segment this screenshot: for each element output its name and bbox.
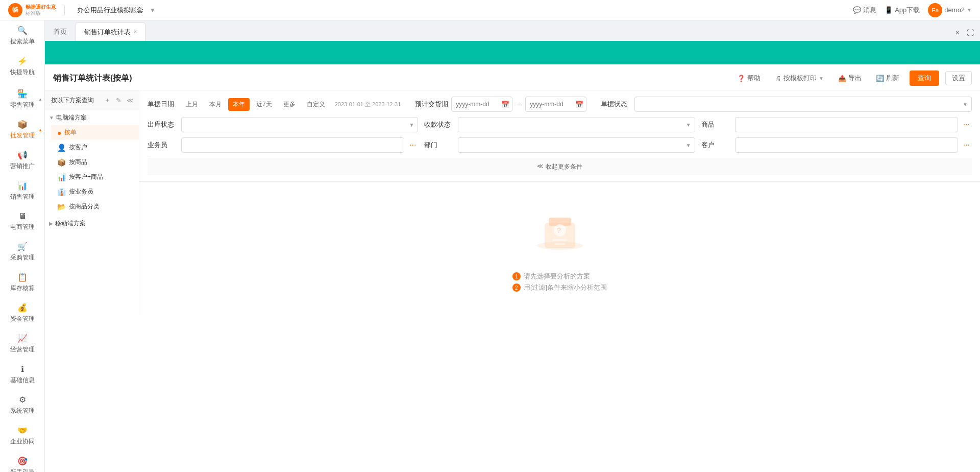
hint-item-2: 2 用[过滤]条件来缩小分析范围 xyxy=(512,283,607,292)
help-btn[interactable]: ❓ 帮助 xyxy=(733,72,765,85)
ship-status-col: 出库状态 ▼ xyxy=(148,117,418,132)
sidebar-item-newbie[interactable]: 🎯 新手引导 xyxy=(0,451,44,472)
salesman-col: 业务员 ··· xyxy=(148,137,418,153)
tab-close-all-btn[interactable]: × xyxy=(953,27,962,39)
expected-date-label: 预计交货期 xyxy=(415,100,448,109)
collection-status-label: 收款状态 xyxy=(424,120,455,129)
bygoods-icon: 📦 xyxy=(57,158,66,167)
customer-input[interactable] xyxy=(735,137,958,153)
shortcut-this-month[interactable]: 本月 xyxy=(205,98,226,111)
tree-item-bycustomergoods[interactable]: 📊 按客户+商品 xyxy=(51,170,139,184)
date-from-input[interactable] xyxy=(451,97,512,112)
ship-status-label: 出库状态 xyxy=(148,120,178,129)
sidebar-item-search[interactable]: 🔍 搜索菜单 xyxy=(0,20,44,51)
sidebar-item-management[interactable]: 📈 经营管理 xyxy=(0,328,44,359)
tree-item-bycategory[interactable]: 📂 按商品分类 xyxy=(51,199,139,214)
sidebar-label-retail: 零售管理 xyxy=(10,101,35,109)
shortcut-7days[interactable]: 近7天 xyxy=(252,98,277,111)
svg-rect-6 xyxy=(555,243,565,245)
customer-dots-btn[interactable]: ··· xyxy=(961,140,972,150)
tree-item-byorder[interactable]: ● 按单 xyxy=(51,125,139,140)
tree-item-bysalesman[interactable]: 👔 按业务员 xyxy=(51,184,139,199)
goods-dots-btn[interactable]: ··· xyxy=(961,120,972,129)
tree-desktop-label: 电脑端方案 xyxy=(56,113,87,122)
hint-text-2: 用[过滤]条件来缩小分析范围 xyxy=(524,283,607,292)
sidebar-label-system: 系统管理 xyxy=(10,407,35,415)
tree-mobile-expand-icon: ▶ xyxy=(49,221,53,226)
collapse-bar[interactable]: ≪ 收起更多条件 xyxy=(148,158,972,175)
app-title-arrow[interactable]: ▼ xyxy=(150,7,156,14)
dept-select[interactable] xyxy=(458,137,695,153)
shortcut-more[interactable]: 更多 xyxy=(279,98,300,111)
collapse-panel-btn[interactable]: ≪ xyxy=(126,96,135,105)
message-btn[interactable]: 💬 消息 xyxy=(853,6,876,15)
collection-status-select[interactable] xyxy=(458,117,695,132)
sidebar-item-purchase[interactable]: 🛒 采购管理 xyxy=(0,237,44,267)
tab-fullscreen-btn[interactable]: ⛶ xyxy=(965,27,976,39)
sidebar-item-quicknav[interactable]: ⚡ 快捷导航 xyxy=(0,51,44,82)
date-separator: — xyxy=(516,101,522,108)
salesman-input[interactable] xyxy=(181,137,404,153)
tree-item-bygoods[interactable]: 📦 按商品 xyxy=(51,155,139,170)
tab-close-btn[interactable]: × xyxy=(134,29,137,35)
sidebar-item-sales[interactable]: 📊 销售管理 xyxy=(0,176,44,206)
dept-label: 部门 xyxy=(424,140,455,150)
shortcut-custom[interactable]: 自定义 xyxy=(302,98,330,111)
sidebar-item-retail[interactable]: 🏪 零售管理 ▲ xyxy=(0,84,44,114)
refresh-btn[interactable]: 🔄 刷新 xyxy=(872,72,903,85)
edit-scheme-btn[interactable]: ✎ xyxy=(115,96,122,105)
shortcut-this-year[interactable]: 本年 xyxy=(228,98,250,111)
tree-children: ● 按单 👤 按客户 📦 按商品 📊 按客 xyxy=(45,125,139,214)
tree-desktop[interactable]: ▼ 电脑端方案 xyxy=(45,110,139,125)
user-menu[interactable]: Ea demo2 ▼ xyxy=(928,3,972,17)
sidebar-item-collab[interactable]: 🤝 企业协同 xyxy=(0,420,44,451)
shortcut-last-month[interactable]: 上月 xyxy=(181,98,203,111)
sidebar-item-ecommerce[interactable]: 🖥 电商管理 xyxy=(0,206,44,237)
newbie-icon: 🎯 xyxy=(17,456,28,466)
page-title: 销售订单统计表(按单) xyxy=(53,73,132,84)
sidebar-item-finance[interactable]: 💰 资金管理 xyxy=(0,298,44,328)
print-btn[interactable]: 🖨 按模板打印 ▼ xyxy=(771,72,828,85)
body-layout: 按以下方案查询 ＋ ✎ ≪ ▼ 电脑端方案 ● xyxy=(45,90,980,315)
add-scheme-btn[interactable]: ＋ xyxy=(103,95,112,106)
salesman-dots-btn[interactable]: ··· xyxy=(407,140,418,150)
status-select[interactable] xyxy=(634,97,972,112)
settings-btn[interactable]: 设置 xyxy=(945,71,972,85)
sidebar-item-inventory[interactable]: 📋 库存核算 xyxy=(0,267,44,298)
divider xyxy=(64,5,65,15)
ship-status-select[interactable] xyxy=(181,117,418,132)
export-btn[interactable]: 📤 导出 xyxy=(834,72,866,85)
tab-sales-order[interactable]: 销售订单统计表 × xyxy=(76,22,145,41)
goods-input[interactable] xyxy=(735,117,958,132)
export-icon: 📤 xyxy=(838,75,846,82)
print-arrow: ▼ xyxy=(819,76,824,81)
date-to-input[interactable] xyxy=(525,97,586,112)
search-btn[interactable]: 查询 xyxy=(910,70,939,86)
content-area: 首页 销售订单统计表 × × ⛶ 销售订单统计表(按单) ❓ xyxy=(45,20,980,472)
top-bar: 畅 畅捷通好生意 标准版 办公用品行业模拟账套 ▼ 💬 消息 📱 App下载 E… xyxy=(0,0,980,20)
sidebar-label-inventory: 库存核算 xyxy=(10,284,35,293)
tree-mobile[interactable]: ▶ 移动端方案 xyxy=(45,216,139,231)
management-icon: 📈 xyxy=(17,334,28,343)
tree-item-bycategory-label: 按商品分类 xyxy=(69,202,100,211)
sidebar-item-marketing[interactable]: 📢 营销推广 xyxy=(0,145,44,176)
tab-home[interactable]: 首页 xyxy=(45,22,76,41)
sidebar-label-collab: 企业协同 xyxy=(10,437,35,446)
hint-text-1: 请先选择要分析的方案 xyxy=(524,272,590,281)
sidebar-item-system[interactable]: ⚙ 系统管理 xyxy=(0,390,44,420)
dept-select-wrap: ▼ xyxy=(458,137,695,153)
main-layout: 🔍 搜索菜单 ⚡ 快捷导航 🏪 零售管理 ▲ 📦 批发管理 ▲ 📢 营销推广 📊… xyxy=(0,20,980,472)
right-panel: 单据日期 上月 本月 本年 近7天 更多 自定义 2023-01-01 至 20… xyxy=(139,90,980,315)
print-icon: 🖨 xyxy=(775,75,781,82)
tree-item-bycustomer[interactable]: 👤 按客户 xyxy=(51,140,139,155)
expected-date-col: 预计交货期 📅 — 📅 xyxy=(415,97,586,112)
retail-arrow: ▲ xyxy=(38,97,42,102)
tab-home-label: 首页 xyxy=(54,27,67,36)
salesman-label: 业务员 xyxy=(148,140,178,150)
left-panel: 按以下方案查询 ＋ ✎ ≪ ▼ 电脑端方案 ● xyxy=(45,90,139,315)
sidebar-item-wholesale[interactable]: 📦 批发管理 ▲ xyxy=(0,114,44,145)
sidebar-label-ecommerce: 电商管理 xyxy=(10,223,35,231)
app-download-btn[interactable]: 📱 App下载 xyxy=(885,6,920,15)
sidebar-item-basic[interactable]: ℹ 基础信息 xyxy=(0,359,44,390)
hint-item-1: 1 请先选择要分析的方案 xyxy=(512,272,607,281)
